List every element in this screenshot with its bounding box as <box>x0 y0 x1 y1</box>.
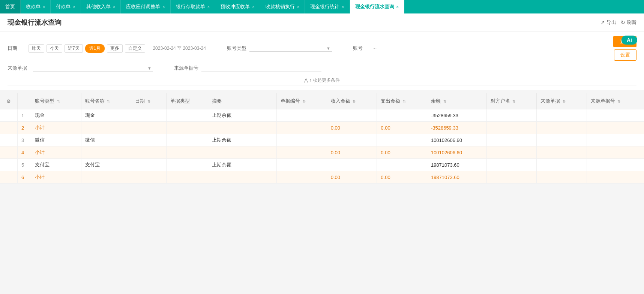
col-counterparty[interactable]: 对方户名 ⇅ <box>486 93 537 109</box>
date-btn-today[interactable]: 今天 <box>47 44 62 53</box>
nav-cash-bank-stat[interactable]: 现金银行统计 × <box>305 0 350 13</box>
date-btn-yesterday[interactable]: 昨天 <box>29 44 44 53</box>
nav-ar-ap-adjust[interactable]: 应收应付调整单 × <box>121 0 170 13</box>
ai-badge[interactable]: Ai <box>621 36 637 45</box>
cell-date <box>131 159 167 171</box>
nav-ar-ap-adjust-label: 应收应付调整单 <box>126 3 160 10</box>
cell-account-type: 小计 <box>31 171 81 184</box>
table-row[interactable]: 2 小计 0.00 0.00 -3528659.33 <box>0 122 644 134</box>
nav-bank-deposit[interactable]: 银行存取款单 × <box>171 0 215 13</box>
cell-doc-number <box>277 159 327 171</box>
refresh-button[interactable]: ↻ 刷新 <box>621 19 636 26</box>
col-date[interactable]: 日期 ⇅ <box>131 93 167 109</box>
nav-payment-label: 付款单 <box>56 3 71 10</box>
account-more-dots[interactable]: ··· <box>372 45 377 51</box>
nav-other-income[interactable]: 其他收入单 × <box>81 0 121 13</box>
nav-receipt-close[interactable]: × <box>43 4 45 9</box>
cell-balance: 100102606.60 <box>427 134 486 146</box>
cell-counterparty <box>486 109 537 122</box>
cell-date <box>131 109 167 122</box>
cell-source-doc-num <box>587 159 644 171</box>
nav-receipt-verify-close[interactable]: × <box>297 4 299 9</box>
page-header: 现金银行流水查询 ↗ 导出 ↻ 刷新 <box>0 13 644 31</box>
nav-cash-bank-flow-close[interactable]: × <box>396 4 399 9</box>
date-btn-7days[interactable]: 近7天 <box>65 44 83 53</box>
cell-source-doc <box>537 171 587 184</box>
cell-index: 1 <box>18 109 31 122</box>
nav-cash-bank-stat-close[interactable]: × <box>342 4 344 9</box>
sort-account-name-icon: ⇅ <box>107 99 110 103</box>
col-source-doc[interactable]: 来源单据 ⇅ <box>537 93 587 109</box>
refresh-icon: ↻ <box>621 19 625 25</box>
col-source-doc-num[interactable]: 来源单据号 ⇅ <box>587 93 644 109</box>
export-icon: ↗ <box>600 19 605 25</box>
nav-bank-deposit-close[interactable]: × <box>207 4 210 9</box>
cell-balance: -3528659.33 <box>427 109 486 122</box>
collapse-icon: ⋀ <box>304 78 308 83</box>
nav-other-income-close[interactable]: × <box>113 4 115 9</box>
col-expense[interactable]: 支出金额 ⇅ <box>377 93 427 109</box>
table-row[interactable]: 6 小计 0.00 0.00 19871073.60 <box>0 171 644 184</box>
cell-income <box>327 159 377 171</box>
date-filter-buttons: 昨天 今天 近7天 近1月 更多 自定义 <box>29 44 145 53</box>
cell-balance: 100102606.60 <box>427 146 486 159</box>
col-account-name[interactable]: 账号名称 ⇅ <box>81 93 131 109</box>
settings-button[interactable]: 设置 <box>614 49 636 61</box>
data-table: ⚙ 账号类型 ⇅ 账号名称 ⇅ 日期 ⇅ 单据类型 摘要 单据编号 ⇅ 收入金额… <box>0 93 644 184</box>
date-btn-more[interactable]: 更多 <box>107 44 123 53</box>
table-row[interactable]: 3 微信 微信 上期余额 100102606.60 <box>0 134 644 146</box>
cell-account-name: 微信 <box>81 134 131 146</box>
nav-prepay-charge-close[interactable]: × <box>252 4 254 9</box>
collapse-bar[interactable]: ⋀ ↑ 收起更多条件 <box>8 76 636 85</box>
page-title: 现金银行流水查询 <box>8 18 62 27</box>
table-settings-icon[interactable]: ⚙ <box>4 96 14 106</box>
export-button[interactable]: ↗ 导出 <box>600 19 616 26</box>
filter-row-2: 来源单据 ▼ 来源单据号 <box>8 64 636 72</box>
col-settings[interactable]: ⚙ <box>0 93 18 109</box>
table-row[interactable]: 1 现金 现金 上期余额 -3528659.33 <box>0 109 644 122</box>
cell-doc-number <box>277 134 327 146</box>
nav-receipt[interactable]: 收款单 × <box>21 0 51 13</box>
cell-source-doc-num <box>587 109 644 122</box>
nav-ar-ap-adjust-close[interactable]: × <box>162 4 165 9</box>
col-balance[interactable]: 余额 ⇅ <box>427 93 486 109</box>
nav-cash-bank-flow[interactable]: 现金银行流水查询 × <box>350 0 404 13</box>
col-income[interactable]: 收入金额 ⇅ <box>327 93 377 109</box>
sort-doc-number-icon: ⇅ <box>303 99 306 103</box>
nav-home[interactable]: 首页 <box>0 0 21 13</box>
cell-expense: 0.00 <box>377 122 427 134</box>
date-btn-custom[interactable]: 自定义 <box>125 44 145 53</box>
cell-date <box>131 134 167 146</box>
cell-account-type: 小计 <box>31 146 81 159</box>
cell-balance: 19871073.60 <box>427 171 486 184</box>
cell-summary: 上期余额 <box>208 109 277 122</box>
nav-bank-deposit-label: 银行存取款单 <box>176 3 205 10</box>
account-type-select[interactable]: ▼ <box>249 45 332 52</box>
date-btn-1month[interactable]: 近1月 <box>85 44 105 53</box>
nav-payment[interactable]: 付款单 × <box>51 0 81 13</box>
table-body: 1 现金 现金 上期余额 -3528659.33 2 小计 0.00 0.00 … <box>0 109 644 184</box>
date-range-display: 2023-02-24 至 2023-03-24 <box>153 45 206 52</box>
cell-doc-number <box>277 171 327 184</box>
cell-doc-number <box>277 146 327 159</box>
nav-prepay-charge[interactable]: 预收冲应收单 × <box>215 0 260 13</box>
cell-account-type: 现金 <box>31 109 81 122</box>
table-row[interactable]: 5 支付宝 支付宝 上期余额 19871073.60 <box>0 159 644 171</box>
cell-summary <box>208 146 277 159</box>
nav-payment-close[interactable]: × <box>73 4 75 9</box>
source-doc-num-input[interactable] <box>201 64 321 72</box>
col-doc-number[interactable]: 单据编号 ⇅ <box>277 93 327 109</box>
source-doc-select[interactable]: ▼ <box>33 65 153 72</box>
nav-cash-bank-flow-label: 现金银行流水查询 <box>355 3 394 10</box>
cell-settings <box>0 134 18 146</box>
cell-expense: 0.00 <box>377 171 427 184</box>
source-doc-label: 来源单据 <box>8 65 27 72</box>
sort-source-doc-icon: ⇅ <box>563 99 566 103</box>
nav-receipt-verify[interactable]: 收款核销执行 × <box>260 0 305 13</box>
export-label: 导出 <box>606 19 616 26</box>
cell-doc-number <box>277 109 327 122</box>
cell-summary <box>208 122 277 134</box>
cell-expense <box>377 159 427 171</box>
col-account-type[interactable]: 账号类型 ⇅ <box>31 93 81 109</box>
table-row[interactable]: 4 小计 0.00 0.00 100102606.60 <box>0 146 644 159</box>
